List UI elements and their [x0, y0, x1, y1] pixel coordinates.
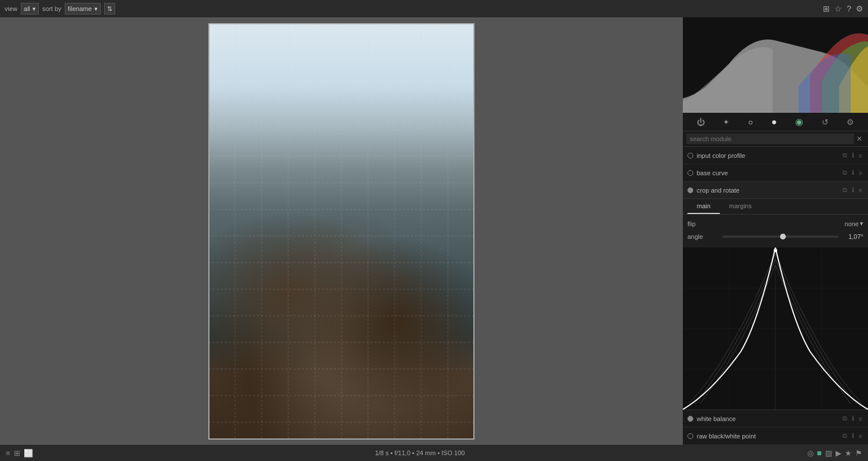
power-icon[interactable]: ⏻: [694, 116, 707, 128]
module-info-icon[interactable]: ℹ: [851, 151, 855, 160]
module-list: input color profile ⧉ ℹ ≡ base curve ⧉ ℹ…: [683, 147, 868, 445]
module-menu-icon[interactable]: ≡: [858, 152, 863, 160]
tab-main[interactable]: main: [687, 199, 720, 214]
svg-point-33: [774, 249, 777, 252]
flip-chevron-icon: ▾: [860, 220, 863, 227]
module-name-input-color-profile: input color profile: [697, 152, 841, 159]
view-label: view: [5, 5, 17, 12]
settings-icon[interactable]: ⚙: [856, 4, 863, 13]
module-actions-input-color-profile: ⧉ ℹ ≡: [841, 151, 863, 160]
module-wb-menu-icon[interactable]: ≡: [858, 415, 863, 423]
module-dot-input-color-profile: [687, 153, 693, 158]
crop-grid-overlay: [208, 23, 475, 440]
bottom-play-icon[interactable]: ▶: [836, 449, 841, 458]
sort-dropdown[interactable]: filename ▾: [65, 3, 101, 14]
white-circle-icon[interactable]: ●: [769, 116, 779, 128]
module-item-white-balance[interactable]: white balance ⧉ ℹ ≡: [683, 410, 868, 427]
image-container: [208, 23, 475, 440]
module-actions-raw-black-white: ⧉ ℹ ≡: [841, 432, 863, 440]
angle-value: 1,07°: [843, 233, 863, 240]
sort-direction-dropdown[interactable]: ⇅: [104, 3, 115, 14]
bottom-flag-icon[interactable]: ⚑: [855, 449, 862, 458]
presets-icon[interactable]: ✦: [720, 116, 732, 128]
color-picker-icon[interactable]: ◉: [793, 115, 806, 128]
module-wb-copy-icon[interactable]: ⧉: [841, 414, 848, 423]
help-icon[interactable]: ?: [847, 4, 851, 13]
flip-dropdown[interactable]: none ▾: [845, 220, 863, 227]
flip-value: none: [845, 220, 859, 227]
module-item-crop-rotate[interactable]: crop and rotate ⧉ ℹ ≡: [683, 182, 868, 199]
flip-label: flip: [687, 220, 722, 227]
module-actions-base-curve: ⧉ ℹ ≡: [841, 168, 863, 177]
filter-chevron-icon: ▾: [32, 5, 36, 13]
module-cr-menu-icon[interactable]: ≡: [858, 186, 863, 194]
module-item-base-curve[interactable]: base curve ⧉ ℹ ≡: [683, 164, 868, 182]
module-item-input-color-profile[interactable]: input color profile ⧉ ℹ ≡: [683, 147, 868, 164]
module-actions-white-balance: ⧉ ℹ ≡: [841, 414, 863, 423]
histogram-chart: [683, 17, 868, 113]
right-panel: ⏻ ✦ ○ ● ◉ ↺ ⚙ ✕ input color profile ⧉ ℹ …: [683, 17, 868, 445]
photo-background: [208, 23, 475, 440]
bottom-list-icon[interactable]: ≡: [6, 449, 10, 458]
module-name-raw-black-white: raw black/white point: [697, 433, 841, 440]
module-raw-info-icon[interactable]: ℹ: [851, 432, 855, 440]
bottom-split-icon[interactable]: ▨: [825, 449, 832, 458]
module-bc-menu-icon[interactable]: ≡: [858, 169, 863, 177]
module-name-crop-rotate: crop and rotate: [697, 187, 841, 194]
module-copy-icon[interactable]: ⧉: [841, 151, 848, 160]
bottom-color-icon[interactable]: ■: [817, 448, 822, 458]
main-content: ⏻ ✦ ○ ● ◉ ↺ ⚙ ✕ input color profile ⧉ ℹ …: [0, 17, 868, 445]
star-icon[interactable]: ☆: [834, 4, 842, 13]
sort-label: sort by: [42, 5, 61, 12]
module-dot-raw-black-white: [687, 433, 693, 439]
module-bc-copy-icon[interactable]: ⧉: [841, 168, 848, 177]
grid-icon[interactable]: ⊞: [823, 4, 830, 13]
module-controls: flip none ▾ angle: [683, 215, 868, 248]
angle-thumb[interactable]: [780, 234, 786, 239]
module-wb-info-icon[interactable]: ℹ: [851, 414, 855, 423]
angle-label: angle: [687, 233, 722, 240]
module-raw-menu-icon[interactable]: ≡: [858, 432, 863, 440]
module-name-white-balance: white balance: [697, 415, 841, 422]
bottom-grid-icon[interactable]: ⊞: [14, 449, 20, 458]
center-area: [0, 17, 683, 445]
top-bar-icons: ⊞ ☆ ? ⚙: [823, 4, 863, 13]
filter-value: all: [24, 5, 30, 12]
histogram-area: [683, 17, 868, 113]
bottom-window-icon[interactable]: ⬜: [24, 449, 33, 458]
module-bc-info-icon[interactable]: ℹ: [851, 168, 855, 177]
bottom-star-icon[interactable]: ★: [845, 449, 852, 458]
angle-row: angle 1,07°: [687, 229, 863, 244]
bottom-bar-left-icons: ≡ ⊞ ⬜: [6, 449, 33, 458]
sort-chevron-icon: ▾: [94, 5, 98, 13]
top-bar: view all ▾ sort by filename ▾ ⇅ ⊞ ☆ ? ⚙: [0, 0, 868, 17]
module-cr-copy-icon[interactable]: ⧉: [841, 186, 848, 194]
image-border: [208, 23, 475, 440]
curve-chart: [683, 248, 868, 410]
flip-row: flip none ▾: [687, 218, 863, 229]
module-dot-crop-rotate: [687, 187, 693, 193]
module-raw-copy-icon[interactable]: ⧉: [841, 432, 848, 440]
sort-direction-icon: ⇅: [107, 5, 112, 13]
module-dot-white-balance: [687, 416, 693, 422]
search-clear-icon[interactable]: ✕: [854, 135, 865, 143]
angle-track: [722, 235, 838, 238]
exif-info: 1/8 s • f/11,0 • 24 mm • ISO 100: [39, 449, 801, 456]
angle-slider-container: [722, 231, 838, 242]
tab-margins[interactable]: margins: [720, 199, 761, 214]
module-cr-info-icon[interactable]: ℹ: [851, 186, 855, 194]
bottom-bar-right-icons: ◎ ■ ▨ ▶ ★ ⚑: [807, 448, 862, 458]
bottom-target-icon[interactable]: ◎: [807, 449, 814, 458]
refresh-icon[interactable]: ↺: [819, 116, 831, 128]
gear-icon[interactable]: ⚙: [844, 116, 856, 128]
module-actions-crop-rotate: ⧉ ℹ ≡: [841, 186, 863, 194]
circle-icon[interactable]: ○: [746, 116, 755, 128]
search-module-row: ✕: [683, 131, 868, 147]
module-dot-base-curve: [687, 170, 693, 176]
search-module-input[interactable]: [686, 134, 854, 144]
filter-dropdown[interactable]: all ▾: [21, 3, 39, 14]
expanded-module-crop-rotate: crop and rotate ⧉ ℹ ≡ main margins: [683, 182, 868, 410]
top-bar-left: view all ▾ sort by filename ▾ ⇅: [5, 3, 818, 14]
module-item-raw-black-white[interactable]: raw black/white point ⧉ ℹ ≡: [683, 427, 868, 445]
module-tabs: main margins: [683, 199, 868, 215]
